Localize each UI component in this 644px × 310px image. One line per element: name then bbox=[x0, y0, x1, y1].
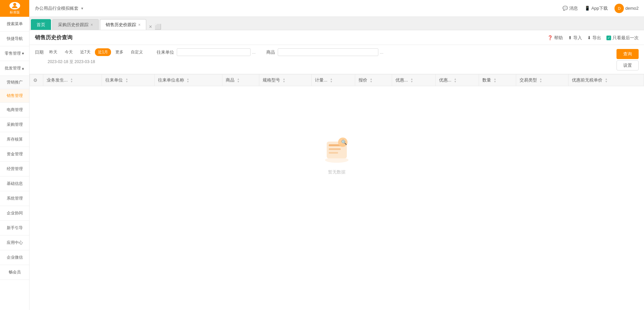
sidebar-item-search[interactable]: 搜索菜单 bbox=[0, 17, 29, 32]
export-action[interactable]: ⬇ 导出 bbox=[587, 35, 601, 41]
date-btn-yesterday[interactable]: 昨天 bbox=[46, 48, 60, 56]
main-area: 办公用品行业模拟账套 ▾ 💬 消息 📱 App下载 D demo2 首页 bbox=[30, 0, 644, 310]
download-action[interactable]: 📱 App下载 bbox=[585, 5, 608, 11]
tab-home[interactable]: 首页 bbox=[31, 19, 51, 30]
svg-rect-5 bbox=[329, 152, 338, 154]
sidebar-item-sales-mgmt[interactable]: 销售管理 bbox=[0, 89, 29, 103]
sidebar-item-finance[interactable]: 资金管理 bbox=[0, 147, 29, 162]
sidebar: 标准版 搜索菜单 快捷导航 零售管理 ▼ 批发管理 ▲ 营销推广 销售管理 电商… bbox=[0, 0, 30, 310]
window-controls: × ⬜ bbox=[149, 23, 161, 30]
sidebar-item-apps[interactable]: 应用中心 bbox=[0, 236, 29, 250]
message-icon: 💬 bbox=[562, 6, 568, 11]
date-btn-1month[interactable]: 近1月 bbox=[95, 48, 111, 56]
table-settings-icon[interactable]: ⚙ bbox=[33, 78, 38, 83]
date-btn-7days[interactable]: 近7天 bbox=[77, 48, 94, 56]
product-dots[interactable]: ... bbox=[380, 50, 383, 55]
sidebar-item-wechat[interactable]: 企业微信 bbox=[0, 250, 29, 265]
tab-purchase-history[interactable]: 采购历史价跟踪 × bbox=[52, 19, 99, 30]
tab-sales-history-close[interactable]: × bbox=[138, 22, 141, 27]
message-action[interactable]: 💬 消息 bbox=[562, 5, 578, 11]
help-action[interactable]: ❓ 帮助 bbox=[547, 35, 563, 41]
window-close-button[interactable]: × bbox=[149, 24, 152, 30]
sidebar-item-basic[interactable]: 基础信息 bbox=[0, 176, 29, 191]
import-icon: ⬆ bbox=[568, 35, 572, 40]
th-biz-date[interactable]: 业务发生... ▲▼ bbox=[43, 74, 102, 86]
sort-partner-code: ▲▼ bbox=[125, 78, 128, 83]
th-partner-code[interactable]: 往来单位 ▲▼ bbox=[102, 74, 154, 86]
top-title: 办公用品行业模拟账套 bbox=[35, 5, 78, 11]
th-product[interactable]: 商品 ▲▼ bbox=[222, 74, 259, 86]
sidebar-item-member[interactable]: 畅会员 bbox=[0, 265, 29, 280]
th-quote[interactable]: 报价 ▲▼ bbox=[355, 74, 392, 86]
th-spec[interactable]: 规格型号 ▲▼ bbox=[259, 74, 312, 86]
product-input-group: ... bbox=[278, 48, 383, 56]
date-btn-more[interactable]: 更多 bbox=[112, 48, 126, 56]
th-discount2[interactable]: 优惠... ▲▼ bbox=[435, 74, 479, 86]
th-pretax-price[interactable]: 优惠前无税单价 ▲▼ bbox=[568, 74, 644, 86]
download-icon: 📱 bbox=[585, 6, 590, 11]
partner-label: 往来单位 bbox=[157, 49, 174, 55]
th-unit[interactable]: 计量... ▲▼ bbox=[312, 74, 355, 86]
avatar: D bbox=[614, 4, 624, 13]
date-btn-today[interactable]: 今天 bbox=[62, 48, 76, 56]
page-header-actions: ❓ 帮助 ⬆ 导入 ⬇ 导出 只看最后一次 bbox=[547, 35, 639, 41]
sort-qty: ▲▼ bbox=[494, 78, 496, 83]
sidebar-item-inventory[interactable]: 库存核算 bbox=[0, 132, 29, 147]
tab-sales-history-label: 销售历史价跟踪 bbox=[106, 22, 136, 28]
product-input[interactable] bbox=[278, 48, 378, 56]
window-maximize-button[interactable]: ⬜ bbox=[155, 23, 161, 30]
empty-state: 🔍 暂无数据 bbox=[30, 86, 644, 220]
sidebar-item-retail[interactable]: 零售管理 ▼ bbox=[0, 46, 29, 61]
product-label: 商品 bbox=[266, 49, 275, 55]
svg-rect-4 bbox=[329, 148, 341, 150]
sidebar-item-marketing[interactable]: 营销推广 bbox=[0, 76, 29, 89]
th-settings: ⚙ bbox=[30, 74, 43, 86]
username: demo2 bbox=[625, 6, 639, 11]
wholesale-expand-icon: ▲ bbox=[21, 66, 25, 70]
table-wrapper: ⚙ 业务发生... ▲▼ 往来单位 ▲▼ 往来单位名称 ▲▼ bbox=[30, 74, 644, 220]
date-filter-row: 日期 昨天 今天 近7天 近1月 更多 自定义 bbox=[35, 48, 146, 56]
partner-dots[interactable]: ... bbox=[252, 50, 256, 55]
tab-home-label: 首页 bbox=[37, 22, 45, 28]
date-btn-custom[interactable]: 自定义 bbox=[128, 48, 146, 56]
user-action[interactable]: D demo2 bbox=[614, 4, 639, 13]
partner-input[interactable] bbox=[177, 48, 251, 56]
th-discount1[interactable]: 优惠... ▲▼ bbox=[392, 74, 435, 86]
sidebar-item-ecommerce[interactable]: 电商管理 bbox=[0, 103, 29, 117]
sidebar-item-shortcut[interactable]: 快捷导航 bbox=[0, 32, 29, 46]
sidebar-item-operations[interactable]: 经营管理 bbox=[0, 162, 29, 176]
page-header: 销售历史价查询 ❓ 帮助 ⬆ 导入 ⬇ 导出 只看最后一次 bbox=[30, 30, 644, 45]
app-logo: 标准版 bbox=[0, 0, 29, 17]
logo-icon bbox=[9, 2, 20, 9]
sidebar-item-wholesale[interactable]: 批发管理 ▲ bbox=[0, 61, 29, 76]
sort-discount1: ▲▼ bbox=[411, 78, 413, 83]
th-partner-name[interactable]: 往来单位名称 ▲▼ bbox=[154, 74, 222, 86]
sidebar-item-enterprise[interactable]: 企业协同 bbox=[0, 206, 29, 221]
sort-quote: ▲▼ bbox=[370, 78, 372, 83]
query-button[interactable]: 查询 bbox=[616, 49, 639, 59]
tab-sales-history[interactable]: 销售历史价跟踪 × bbox=[100, 19, 146, 30]
sort-biz-date: ▲▼ bbox=[70, 78, 73, 83]
sidebar-item-system[interactable]: 系统管理 bbox=[0, 191, 29, 206]
date-label: 日期 bbox=[35, 49, 44, 55]
import-action[interactable]: ⬆ 导入 bbox=[568, 35, 582, 41]
page-title: 销售历史价查询 bbox=[35, 34, 72, 41]
th-trade-type[interactable]: 交易类型 ▲▼ bbox=[516, 74, 568, 86]
tab-purchase-history-close[interactable]: × bbox=[91, 22, 93, 27]
settings-button[interactable]: 设置 bbox=[616, 60, 639, 70]
checkbox-icon bbox=[606, 36, 611, 40]
th-qty[interactable]: 数量 ▲▼ bbox=[479, 74, 516, 86]
export-icon: ⬇ bbox=[587, 35, 591, 40]
svg-text:🔍: 🔍 bbox=[341, 140, 347, 145]
tabbar: 首页 采购历史价跟踪 × 销售历史价跟踪 × × ⬜ bbox=[30, 17, 644, 30]
sidebar-item-guide[interactable]: 新手引导 bbox=[0, 221, 29, 236]
sidebar-item-purchase[interactable]: 采购管理 bbox=[0, 117, 29, 132]
topbar: 办公用品行业模拟账套 ▾ 💬 消息 📱 App下载 D demo2 bbox=[30, 0, 644, 17]
sort-pretax-price: ▲▼ bbox=[605, 78, 607, 83]
top-dropdown-icon[interactable]: ▾ bbox=[81, 6, 83, 11]
only-last-checkbox[interactable]: 只看最后一次 bbox=[606, 35, 639, 41]
tab-purchase-history-label: 采购历史价跟踪 bbox=[58, 22, 89, 28]
date-range-text: 2023-02-18 至 2023-03-18 bbox=[48, 59, 95, 65]
sort-trade-type: ▲▼ bbox=[539, 78, 542, 83]
partner-input-group: ... bbox=[177, 48, 256, 56]
